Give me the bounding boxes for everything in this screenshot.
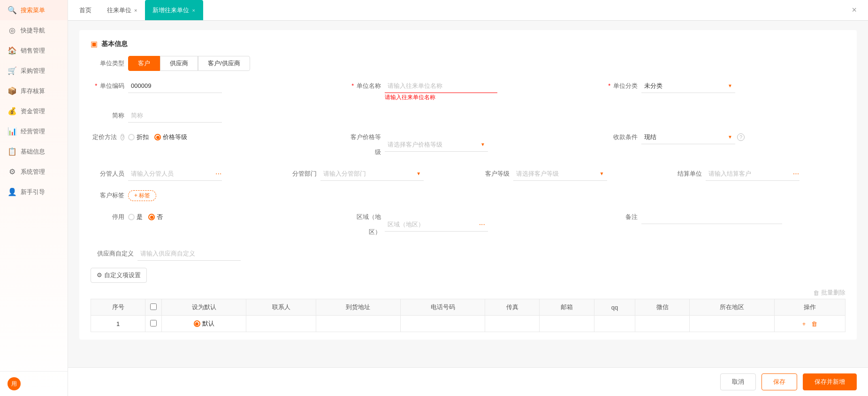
- row-checkbox[interactable]: [150, 320, 157, 326]
- table-header-row: 序号 设为默认 联系人 到货地址 电话号码 传真 邮箱 qq 微信 所在地区 操…: [91, 299, 845, 316]
- field-short-name: 简称: [91, 108, 845, 123]
- disabled-radio-group: 是 否: [128, 213, 163, 221]
- cell-action: + 🗑: [774, 316, 845, 332]
- system-icon: ⚙: [8, 167, 17, 176]
- tab-partner-list-close[interactable]: ×: [134, 8, 137, 13]
- payment-terms-chevron: ▼: [728, 134, 732, 140]
- custom-settings-btn[interactable]: ⚙ 自定义项设置: [91, 268, 147, 283]
- region-input[interactable]: [385, 219, 476, 230]
- field-customer-level: 客户等级 请选择客户等级 ▼: [476, 166, 653, 181]
- tab-home[interactable]: 首页: [72, 0, 99, 20]
- main-area: 首页 往来单位 × 新增往来单位 × × ▣ 基本信息 单位类型 客户 供应商: [68, 0, 868, 396]
- cell-default: 默认: [162, 316, 246, 332]
- disabled-no-radio[interactable]: 否: [148, 213, 163, 221]
- manager-input[interactable]: [128, 168, 213, 179]
- settlement-unit-input[interactable]: [706, 168, 790, 179]
- sidebar-item-basic-info[interactable]: 📋 基础信息: [0, 141, 68, 162]
- row-default-circle: [194, 320, 200, 327]
- sidebar-label-sales: 销售管理: [21, 47, 45, 55]
- payment-terms-help[interactable]: ?: [737, 133, 745, 141]
- sidebar-item-operations[interactable]: 📊 经营管理: [0, 121, 68, 141]
- save-new-button[interactable]: 保存并新增: [803, 373, 857, 390]
- unit-category-select[interactable]: 未分类 ▼: [641, 79, 735, 93]
- finance-icon: 💰: [8, 107, 17, 116]
- pricing-radio-group: 折扣 价格等级: [128, 133, 187, 141]
- sidebar-item-sales[interactable]: 🏠 销售管理: [0, 40, 68, 61]
- short-name-input[interactable]: [128, 109, 222, 123]
- row-manager: 分管人员 ··· 分管部门 请输入分管部门 ▼: [91, 166, 845, 181]
- basic-info-card: ▣ 基本信息 单位类型 客户 供应商 客户/供应商 * 单位编码: [79, 30, 857, 340]
- payment-terms-select[interactable]: 现结 ▼: [641, 130, 735, 144]
- tabbar: 首页 往来单位 × 新增往来单位 × ×: [68, 0, 868, 21]
- footer: 取消 保存 保存并新增: [68, 367, 868, 396]
- tab-partner-list[interactable]: 往来单位 ×: [99, 0, 145, 20]
- sidebar-item-finance[interactable]: 💰 资金管理: [0, 101, 68, 121]
- field-customer-tags: 客户标签 + 标签: [91, 188, 845, 203]
- sidebar-label-search: 搜索菜单: [21, 6, 45, 15]
- sidebar-item-search[interactable]: 🔍 搜索菜单: [0, 0, 68, 20]
- sidebar-item-guide[interactable]: 👤 新手引导: [0, 182, 68, 202]
- settlement-unit-field: ···: [706, 167, 799, 181]
- field-disabled: 停用 是 否: [91, 210, 332, 225]
- remarks-input[interactable]: [641, 210, 782, 224]
- col-qq: qq: [594, 299, 635, 316]
- sidebar-label-finance: 资金管理: [21, 107, 45, 116]
- region-more-btn[interactable]: ···: [476, 220, 488, 229]
- col-fax: 传真: [485, 299, 540, 316]
- row-default-radio[interactable]: 默认: [167, 319, 241, 328]
- col-address: 到货地址: [316, 299, 400, 316]
- window-close-btn[interactable]: ×: [844, 5, 864, 15]
- unit-category-value: 未分类: [644, 82, 728, 90]
- region-label: 区域（地区）: [347, 210, 385, 240]
- unit-name-input[interactable]: [385, 79, 497, 93]
- disabled-yes-radio[interactable]: 是: [128, 213, 143, 221]
- customer-level-select[interactable]: 请选择客户等级 ▼: [513, 167, 607, 181]
- select-all-checkbox[interactable]: [150, 303, 157, 310]
- tab-new-partner-label: 新增往来单位: [152, 6, 189, 15]
- add-tag-btn[interactable]: + 标签: [128, 190, 156, 201]
- pricing-discount-radio[interactable]: 折扣: [128, 133, 149, 141]
- sidebar-item-inventory[interactable]: 📦 库存核算: [0, 81, 68, 101]
- sidebar-item-system[interactable]: ⚙ 系统管理: [0, 162, 68, 182]
- pricing-method-label: 定价方法 ?: [91, 130, 128, 145]
- customer-price-level-select[interactable]: 请选择客户价格等级 ▼: [385, 138, 488, 152]
- field-region: 区域（地区） ···: [347, 210, 589, 240]
- row-customer-tags: 客户标签 + 标签: [91, 188, 845, 203]
- field-department: 分管部门 请输入分管部门 ▼: [283, 166, 460, 181]
- pricing-method-help[interactable]: ?: [121, 134, 124, 140]
- tab-new-partner[interactable]: 新增往来单位 ×: [145, 0, 203, 20]
- tab-new-partner-close[interactable]: ×: [192, 8, 195, 13]
- unit-code-input[interactable]: [128, 79, 222, 93]
- sidebar-label-basic-info: 基础信息: [21, 148, 45, 156]
- row-delete-btn[interactable]: 🗑: [811, 320, 817, 327]
- sidebar-item-quick-nav[interactable]: ◎ 快捷导航: [0, 20, 68, 40]
- batch-delete-btn[interactable]: 🗑 批量删除: [813, 288, 845, 297]
- pricing-level-circle: [154, 134, 161, 140]
- tab-home-label: 首页: [79, 6, 91, 15]
- section-icon: ▣: [91, 39, 98, 48]
- col-phone: 电话号码: [401, 299, 485, 316]
- cell-phone: [401, 316, 485, 332]
- col-wechat: 微信: [635, 299, 690, 316]
- pricing-level-radio[interactable]: 价格等级: [154, 133, 187, 141]
- cell-qq: [594, 316, 635, 332]
- settlement-unit-more-btn[interactable]: ···: [790, 170, 802, 178]
- unit-name-label: * 单位名称: [347, 78, 385, 93]
- unit-name-error: 请输入往来单位名称: [385, 94, 435, 101]
- field-unit-category: * 单位分类 未分类 ▼: [604, 78, 845, 93]
- sidebar-bottom: 用: [0, 371, 68, 396]
- field-remarks: 备注: [604, 210, 845, 225]
- cancel-button[interactable]: 取消: [720, 373, 756, 390]
- department-select[interactable]: 请输入分管部门 ▼: [320, 167, 424, 181]
- row-supplier-custom: 供应商自定义: [91, 246, 845, 261]
- sidebar-item-purchase[interactable]: 🛒 采购管理: [0, 61, 68, 81]
- batch-actions: 🗑 批量删除: [91, 288, 845, 297]
- save-button[interactable]: 保存: [761, 373, 797, 390]
- department-chevron: ▼: [416, 171, 421, 176]
- unit-type-supplier-btn[interactable]: 供应商: [160, 56, 198, 71]
- unit-type-customer-btn[interactable]: 客户: [128, 56, 160, 71]
- manager-more-btn[interactable]: ···: [213, 170, 224, 178]
- row-add-btn[interactable]: +: [802, 320, 806, 327]
- unit-type-both-btn[interactable]: 客户/供应商: [198, 56, 250, 71]
- supplier-custom-input[interactable]: [137, 247, 241, 261]
